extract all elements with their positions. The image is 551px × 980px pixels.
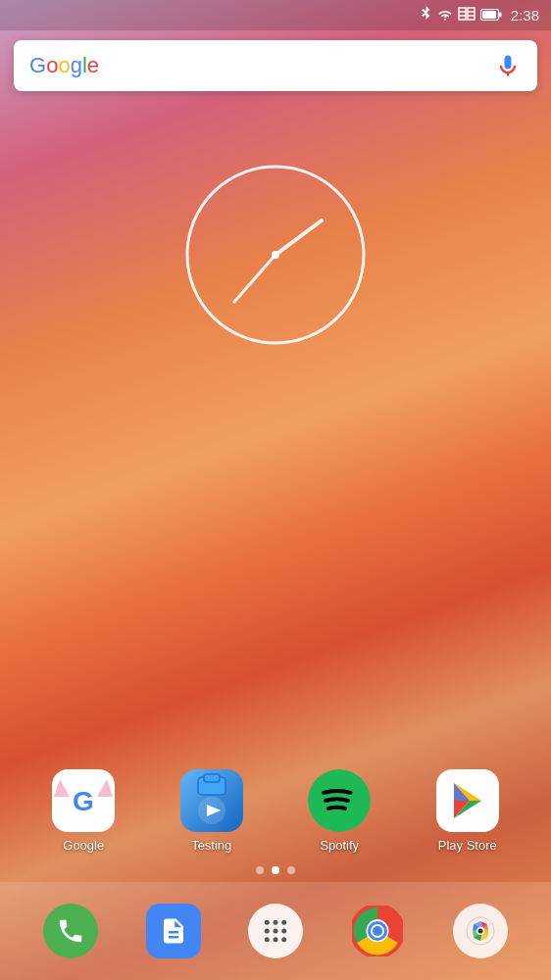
dock-docs[interactable] — [145, 903, 202, 959]
svg-rect-0 — [459, 8, 466, 20]
dock-apps-drawer[interactable] — [247, 903, 304, 959]
dock-camera[interactable] — [452, 903, 509, 959]
testing-app-icon-wrapper — [180, 769, 243, 832]
apps-drawer-icon-bg — [248, 904, 303, 958]
spotify-app-label: Spotify — [320, 838, 359, 853]
svg-rect-1 — [468, 8, 475, 20]
svg-text:G: G — [73, 786, 94, 816]
page-dot-2[interactable] — [272, 866, 279, 874]
svg-line-11 — [234, 255, 276, 302]
bluetooth-icon — [420, 6, 432, 24]
dock-phone[interactable] — [42, 903, 99, 959]
status-bar: 2:38 — [0, 0, 551, 30]
google-app-icon-wrapper: G — [52, 769, 115, 832]
svg-rect-8 — [482, 11, 496, 19]
svg-line-10 — [276, 220, 322, 255]
page-dot-1[interactable] — [256, 866, 264, 874]
camera-icon-bg — [453, 904, 508, 958]
phone-icon-bg — [43, 904, 98, 958]
status-time: 2:38 — [511, 7, 539, 24]
app-item-google[interactable]: G Google — [44, 769, 123, 853]
google-app-label: Google — [63, 838, 104, 853]
playstore-app-label: Play Store — [438, 838, 497, 853]
signal-icon — [458, 7, 476, 24]
svg-point-30 — [273, 920, 277, 925]
svg-point-12 — [272, 251, 279, 259]
playstore-app-icon-wrapper — [436, 769, 499, 832]
spotify-app-icon-wrapper — [308, 769, 371, 832]
clock-widget[interactable] — [177, 157, 374, 353]
google-logo: Google — [29, 53, 99, 78]
status-icons: 2:38 — [420, 6, 539, 24]
mic-icon[interactable] — [494, 52, 522, 79]
docs-icon-bg — [146, 904, 201, 958]
svg-point-29 — [265, 920, 270, 925]
svg-point-34 — [281, 929, 286, 934]
svg-rect-7 — [499, 12, 502, 17]
app-item-spotify[interactable]: Spotify — [300, 769, 378, 853]
svg-point-35 — [265, 937, 270, 942]
testing-app-label: Testing — [191, 838, 231, 853]
svg-point-46 — [477, 929, 482, 934]
app-item-playstore[interactable]: Play Store — [428, 769, 507, 853]
svg-point-43 — [373, 926, 382, 936]
bottom-dock — [0, 882, 551, 980]
svg-rect-19 — [204, 774, 220, 782]
svg-point-32 — [265, 929, 270, 934]
search-bar[interactable]: Google — [14, 40, 537, 91]
svg-point-37 — [281, 937, 286, 942]
page-dot-3[interactable] — [287, 866, 295, 874]
page-indicators — [256, 866, 295, 874]
dock-chrome[interactable] — [349, 903, 406, 959]
chrome-icon-bg — [350, 904, 405, 958]
svg-point-31 — [281, 920, 286, 925]
app-item-testing[interactable]: Testing — [173, 769, 251, 853]
wifi-icon — [437, 8, 453, 24]
battery-icon — [480, 8, 502, 24]
svg-point-36 — [273, 937, 277, 942]
app-grid: G Google — [0, 769, 551, 853]
svg-point-33 — [273, 929, 277, 934]
